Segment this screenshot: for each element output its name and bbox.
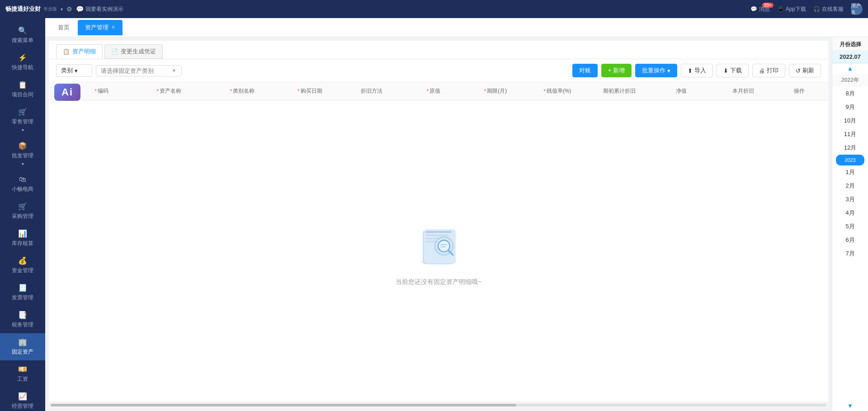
batch-button[interactable]: 批量操作 ▾ [635, 64, 677, 77]
sidebar-item-ecommerce[interactable]: 🛍 小畅电商 [0, 171, 45, 198]
scroll-track[interactable] [51, 404, 826, 406]
sidebar-item-search-menu[interactable]: 🔍 搜索菜单 [0, 22, 45, 49]
month-item-6[interactable]: 6月 [832, 233, 868, 247]
month-item-9[interactable]: 9月 [832, 100, 868, 114]
sidebar-item-purchase[interactable]: 🛒 采购管理 [0, 198, 45, 225]
th-monthly-dep: 本月折旧 [712, 84, 774, 99]
scroll-thumb[interactable] [51, 404, 516, 406]
th-period: * 期限(月) [465, 84, 527, 99]
th-original-value: * 原值 [403, 84, 465, 99]
empty-illustration [411, 217, 466, 271]
month-panel-title: 月份选择 [832, 37, 868, 51]
asset-detail-icon: 📋 [63, 48, 70, 55]
message-icon: 💬 [750, 6, 757, 12]
category-input[interactable] [96, 65, 182, 76]
search-icon: 🔍 [18, 26, 27, 35]
month-list: 2022年 8月 9月 10月 11月 12月 2023 1月 2月 3月 4月… [832, 74, 868, 401]
th-purchase-date: * 购买日期 [279, 84, 341, 99]
month-item-1[interactable]: 1月 [832, 165, 868, 179]
inventory-icon: 📊 [18, 229, 27, 238]
app-download-btn[interactable]: 📱 App下载 [777, 5, 806, 13]
quick-icon: ⚡ [18, 53, 27, 62]
category-filter[interactable]: 类别 ▾ [56, 64, 92, 77]
panel-toggle-btn[interactable]: › [832, 215, 832, 233]
phone-icon: 📱 [777, 6, 784, 12]
month-item-12[interactable]: 12月 [832, 141, 868, 155]
sidebar-item-wholesale[interactable]: 📦 批发管理 ▾ [0, 137, 45, 171]
project-icon: 📋 [18, 80, 27, 89]
th-dep-method: 折旧方法 [341, 84, 403, 99]
month-item-2[interactable]: 2月 [832, 179, 868, 193]
refresh-icon: ↺ [796, 67, 801, 74]
sidebar-item-retail[interactable]: 🛒 零售管理 ▾ [0, 103, 45, 137]
refresh-button[interactable]: ↺ 刷新 [789, 64, 821, 77]
ecommerce-icon: 🛍 [19, 175, 26, 184]
month-item-10[interactable]: 10月 [832, 114, 868, 128]
tab-bar: 首页 资产管理 ✕ [45, 18, 868, 37]
month-item-3[interactable]: 3月 [832, 193, 868, 206]
message-badge: 99+ [762, 3, 774, 8]
toolbar: 类别 ▾ ▾ 对账 + 新增 批量操作 ▾ ⬆ 导入 [49, 59, 828, 82]
sidebar-item-operation[interactable]: 📈 经营管理 [0, 387, 45, 411]
purchase-icon: 🛒 [18, 202, 27, 211]
operation-icon: 📈 [18, 392, 27, 401]
import-button[interactable]: ⬆ 导入 [681, 64, 713, 77]
tab-close-icon[interactable]: ✕ [111, 24, 115, 30]
sidebar-item-inventory[interactable]: 📊 库存核算 [0, 225, 45, 252]
main-layout: 🔍 搜索菜单 ⚡ 快捷导航 📋 项目合同 🛒 零售管理 ▾ 📦 批发管理 ▾ 🛍… [0, 18, 868, 411]
top-bar: 畅捷通好业财 专业版 ▾ ⚙ 💬 我要看实例演示 💬 消息 99+ 📱 App下… [0, 0, 868, 18]
settings-icon[interactable]: ⚙ [66, 5, 72, 13]
month-item-11[interactable]: 11月 [832, 128, 868, 141]
tab-asset-mgmt[interactable]: 资产管理 ✕ [78, 20, 123, 35]
year-2022-label: 2022年 [832, 74, 868, 87]
page-content: 📋 资产明细 📄 变更生成凭证 类别 ▾ ▾ [45, 37, 868, 411]
add-button[interactable]: + 新增 [601, 64, 632, 77]
year-2023-badge: 2023 [836, 155, 864, 165]
bottom-scrollbar[interactable] [49, 402, 828, 407]
download-icon: ⬇ [723, 67, 728, 74]
demo-link[interactable]: 💬 我要看实例演示 [76, 5, 123, 13]
sub-tab-change-voucher[interactable]: 📄 变更生成凭证 [104, 44, 163, 59]
retail-arrow: ▾ [22, 128, 24, 132]
company-dropdown[interactable]: ▾ [61, 7, 63, 12]
download-button[interactable]: ⬇ 下载 [717, 64, 749, 77]
input-arrow-icon: ▾ [173, 67, 175, 74]
headset-icon: 🎧 [813, 6, 820, 12]
month-item-5[interactable]: 5月 [832, 220, 868, 233]
sidebar-item-project[interactable]: 📋 项目合同 [0, 76, 45, 103]
wholesale-arrow: ▾ [22, 161, 24, 166]
month-item-8[interactable]: 8月 [832, 87, 868, 100]
user-avatar[interactable]: 用户名 [851, 3, 863, 15]
month-item-4[interactable]: 4月 [832, 206, 868, 220]
print-icon: 🖨 [759, 67, 765, 74]
th-name: * 资产名称 [132, 84, 206, 99]
current-month-display[interactable]: 2022.07 [832, 51, 868, 63]
sub-tab-asset-detail[interactable]: 📋 资产明细 [56, 44, 103, 59]
reconcile-button[interactable]: 对账 [572, 64, 598, 77]
sub-tab-bar: 📋 资产明细 📄 变更生成凭证 [49, 41, 828, 59]
month-nav-up-btn[interactable]: ▲ [832, 63, 868, 74]
sidebar-item-quick-nav[interactable]: ⚡ 快捷导航 [0, 49, 45, 76]
salary-icon: 💴 [18, 365, 27, 373]
th-category: * 类别名称 [206, 84, 279, 99]
month-item-7[interactable]: 7月 [832, 247, 868, 260]
top-bar-left: 畅捷通好业财 专业版 ▾ ⚙ 💬 我要看实例演示 [5, 5, 747, 13]
month-nav-down-btn[interactable]: ▼ [832, 401, 868, 411]
message-btn[interactable]: 💬 消息 99+ [750, 5, 770, 13]
toolbar-actions: 对账 + 新增 批量操作 ▾ ⬆ 导入 ⬇ 下载 [572, 64, 821, 77]
sidebar-item-tax[interactable]: 📑 税务管理 [0, 306, 45, 333]
sidebar-item-invoice[interactable]: 🧾 发票管理 [0, 279, 45, 306]
customer-service-btn[interactable]: 🎧 在线客服 [813, 5, 844, 13]
sidebar: 🔍 搜索菜单 ⚡ 快捷导航 📋 项目合同 🛒 零售管理 ▾ 📦 批发管理 ▾ 🛍… [0, 18, 45, 411]
wholesale-icon: 📦 [18, 142, 27, 150]
table-header: * 编码 * 资产名称 * 类别名称 * 购买日期 [49, 82, 828, 100]
tab-home[interactable]: 首页 [51, 20, 77, 35]
batch-arrow-icon: ▾ [667, 67, 670, 74]
month-panel: › 月份选择 2022.07 ▲ 2022年 8月 9月 10月 11月 12月… [832, 37, 868, 411]
filter-arrow-icon: ▾ [75, 67, 78, 74]
sidebar-item-fixed-asset[interactable]: 🏢 固定资产 [0, 333, 45, 360]
sidebar-item-salary[interactable]: 💴 工资 [0, 360, 45, 387]
print-button[interactable]: 🖨 打印 [752, 64, 785, 77]
th-residual-rate: * 残值率(%) [526, 84, 588, 99]
sidebar-item-finance[interactable]: 💰 资金管理 [0, 252, 45, 279]
